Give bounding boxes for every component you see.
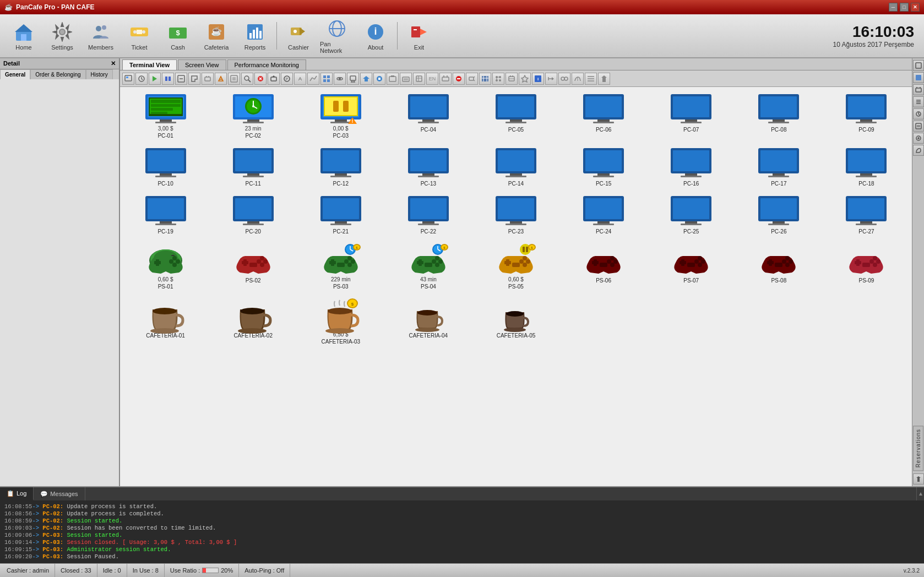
terminal-pc-17[interactable]: PC-17: [737, 144, 821, 189]
right-icon-7[interactable]: [913, 133, 924, 144]
t2-btn-22[interactable]: [400, 73, 412, 85]
terminal-pc-27[interactable]: PC-27: [824, 192, 909, 237]
t2-btn-18[interactable]: [347, 73, 359, 85]
terminal-pc-10[interactable]: PC-10: [123, 144, 208, 189]
terminal-ps-01[interactable]: 0,60 $ PS-01: [123, 241, 208, 292]
terminal-ps-07[interactable]: PS-07: [649, 241, 733, 292]
terminal-ps-05[interactable]: $ 0,60 $ PS-05: [474, 241, 558, 292]
t2-btn-31[interactable]: [519, 73, 531, 85]
t2-btn-24[interactable]: EN: [426, 73, 438, 85]
terminal-cafeteria-05[interactable]: CAFETERIA-05: [474, 296, 558, 347]
terminal-pc-23[interactable]: PC-23: [474, 192, 558, 237]
right-icon-8[interactable]: [913, 145, 924, 156]
right-icon-1[interactable]: [913, 60, 924, 71]
terminal-pc-20[interactable]: PC-20: [211, 192, 295, 237]
t2-btn-32[interactable]: i: [532, 73, 544, 85]
terminal-cafeteria-03[interactable]: $ 6,50 $ CAFETERIA-03: [298, 296, 383, 347]
terminal-pc-03[interactable]: ! 0,00 $ PC-03: [298, 90, 383, 141]
t2-btn-36[interactable]: [585, 73, 597, 85]
terminal-ps-04[interactable]: $ 43 min PS-04: [386, 241, 470, 292]
t2-btn-23[interactable]: [413, 73, 425, 85]
t2-btn-5[interactable]: [175, 73, 187, 85]
t2-btn-21[interactable]: [387, 73, 399, 85]
t2-btn-19[interactable]: [360, 73, 372, 85]
minimize-button[interactable]: ─: [889, 3, 898, 12]
right-icon-4[interactable]: [913, 96, 924, 107]
t2-btn-11[interactable]: [254, 73, 267, 85]
t2-btn-2[interactable]: [135, 73, 148, 85]
toolbar-ticket[interactable]: Ticket: [120, 19, 159, 53]
terminal-pc-21[interactable]: PC-21: [298, 192, 383, 237]
right-icon-6[interactable]: [913, 121, 924, 132]
t2-btn-8[interactable]: [215, 73, 227, 85]
t2-btn-4[interactable]: [162, 73, 174, 85]
t2-btn-expand[interactable]: [598, 73, 610, 85]
terminal-pc-04[interactable]: PC-04: [386, 90, 470, 141]
t2-btn-16[interactable]: [320, 73, 333, 85]
terminal-ps-06[interactable]: PS-06: [562, 241, 646, 292]
terminal-pc-09[interactable]: PC-09: [824, 90, 909, 141]
terminal-pc-24[interactable]: PC-24: [562, 192, 646, 237]
t2-btn-27[interactable]: [466, 73, 478, 85]
terminal-cafeteria-02[interactable]: CAFETERIA-02: [211, 296, 295, 347]
tab-history[interactable]: History: [86, 69, 113, 79]
terminal-pc-07[interactable]: PC-07: [649, 90, 733, 141]
log-tab-log[interactable]: 📋 Log: [0, 487, 34, 500]
t2-btn-10[interactable]: [241, 73, 253, 85]
toolbar-exit[interactable]: Exit: [400, 19, 438, 53]
terminal-ps-09[interactable]: PS-09: [824, 241, 909, 292]
right-icon-2[interactable]: [913, 72, 924, 83]
terminal-pc-12[interactable]: PC-12: [298, 144, 383, 189]
toolbar-cafeteria[interactable]: ☕ Cafeteria: [197, 19, 236, 53]
t2-btn-25[interactable]: [439, 73, 452, 85]
t2-btn-13[interactable]: P: [281, 73, 293, 85]
close-button[interactable]: ✕: [911, 3, 920, 12]
t2-btn-33[interactable]: [545, 73, 557, 85]
t2-btn-26[interactable]: [453, 73, 465, 85]
terminal-ps-02[interactable]: PS-02: [211, 241, 295, 292]
log-tab-messages[interactable]: 💬 Messages: [34, 487, 85, 500]
toolbar-pan-network[interactable]: Pan Network: [318, 15, 356, 56]
t2-btn-28[interactable]: [479, 73, 491, 85]
reservations-tab[interactable]: Reservations: [913, 426, 923, 471]
terminal-pc-18[interactable]: PC-18: [824, 144, 909, 189]
terminal-pc-19[interactable]: PC-19: [123, 192, 208, 237]
terminal-pc-05[interactable]: PC-05: [474, 90, 558, 141]
terminal-pc-02[interactable]: 23 min PC-02: [211, 90, 295, 141]
tab-performance-monitoring[interactable]: Performance Monitoring: [227, 59, 306, 70]
sidebar-close-icon[interactable]: ✕: [111, 60, 116, 67]
right-icon-5[interactable]: [913, 108, 924, 119]
t2-btn-29[interactable]: [492, 73, 504, 85]
t2-btn-7[interactable]: [202, 73, 214, 85]
terminal-pc-14[interactable]: PC-14: [474, 144, 558, 189]
t2-btn-15[interactable]: [307, 73, 319, 85]
terminal-cafeteria-04[interactable]: CAFETERIA-04: [386, 296, 470, 347]
toolbar-cashier[interactable]: Cashier: [279, 19, 318, 53]
toolbar-cash[interactable]: $ Cash: [159, 19, 197, 53]
terminal-pc-11[interactable]: PC-11: [211, 144, 295, 189]
toolbar-about[interactable]: i About: [356, 19, 395, 53]
t2-btn-17[interactable]: [334, 73, 346, 85]
right-icon-3[interactable]: [913, 84, 924, 95]
terminal-pc-16[interactable]: PC-16: [649, 144, 733, 189]
t2-btn-30[interactable]: [506, 73, 518, 85]
t2-btn-34[interactable]: [558, 73, 570, 85]
terminal-pc-08[interactable]: PC-08: [737, 90, 821, 141]
terminal-pc-06[interactable]: PC-06: [562, 90, 646, 141]
t2-btn-3[interactable]: [149, 73, 161, 85]
terminal-pc-13[interactable]: PC-13: [386, 144, 470, 189]
tab-terminal-view[interactable]: Terminal View: [122, 59, 177, 70]
terminal-pc-22[interactable]: PC-22: [386, 192, 470, 237]
toolbar-members[interactable]: Members: [81, 19, 120, 53]
log-scroll[interactable]: [916, 487, 924, 500]
toolbar-reports[interactable]: Reports: [236, 19, 274, 53]
terminal-cafeteria-01[interactable]: CAFETERIA-01: [123, 296, 208, 347]
maximize-button[interactable]: □: [900, 3, 909, 12]
tab-screen-view[interactable]: Screen View: [178, 59, 226, 70]
terminal-pc-01[interactable]: 3,00 $ PC-01: [123, 90, 208, 141]
tab-order[interactable]: Order & Belonging: [30, 69, 85, 79]
terminal-pc-15[interactable]: PC-15: [562, 144, 646, 189]
t2-btn-1[interactable]: [122, 73, 134, 85]
t2-btn-14[interactable]: A: [294, 73, 306, 85]
t2-btn-35[interactable]: [572, 73, 584, 85]
